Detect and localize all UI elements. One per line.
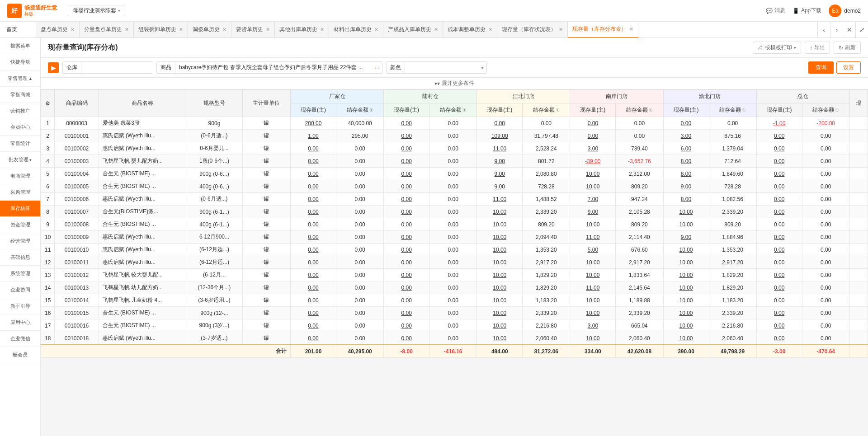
row-factory-qty[interactable]: 0.00 — [291, 193, 336, 206]
row-lucun-qty[interactable]: 0.00 — [384, 206, 429, 218]
export-btn[interactable]: ↑ 导出 — [805, 42, 830, 54]
row-factory-qty[interactable]: 0.00 — [291, 256, 336, 269]
row-jiangbei-qty[interactable]: 10.00 — [477, 244, 523, 256]
row-jiangbei-qty[interactable]: 11.00 — [477, 193, 523, 206]
product-dots[interactable]: ··· — [372, 65, 382, 71]
gear-icon[interactable]: ⚙ — [45, 100, 50, 107]
tab-stock-status-close[interactable]: ✕ — [559, 27, 563, 33]
row-jiangbei-qty[interactable]: 10.00 — [477, 269, 523, 281]
settings-btn[interactable]: 设置 — [836, 61, 861, 74]
row-factory-qty[interactable]: 0.00 — [291, 244, 336, 256]
row-total-qty[interactable]: 0.00 — [756, 155, 802, 168]
row-lucun-qty[interactable]: 0.00 — [384, 332, 429, 345]
tab-home[interactable]: 首页 — [0, 22, 36, 38]
row-total-qty[interactable]: 0.00 — [756, 180, 802, 193]
row-yubei-qty[interactable]: 8.00 — [663, 155, 709, 168]
tab-transfer[interactable]: 调拨单历史 ✕ — [188, 22, 231, 38]
row-lucun-qty[interactable]: 0.00 — [384, 256, 429, 269]
row-yubei-qty[interactable]: 8.00 — [663, 168, 709, 180]
print-btn[interactable]: 🖨 按模板打印 ▾ — [753, 42, 801, 54]
row-total-qty[interactable]: 0.00 — [756, 168, 802, 180]
row-nanan-qty[interactable]: 10.00 — [570, 332, 616, 345]
tab-other-out-close[interactable]: ✕ — [320, 27, 324, 33]
row-nanan-qty[interactable]: 10.00 — [570, 218, 616, 231]
query-btn[interactable]: 查询 — [808, 61, 834, 74]
row-nanan-qty[interactable]: 10.00 — [570, 269, 616, 281]
tab-disk-close[interactable]: ✕ — [71, 27, 75, 33]
sidebar-item-search[interactable]: 搜索英单 — [0, 38, 40, 54]
tab-disk[interactable]: 盘点单历史 ✕ — [36, 22, 80, 38]
row-nanan-qty[interactable]: 7.00 — [570, 193, 616, 206]
row-factory-qty[interactable]: 200.00 — [291, 117, 336, 130]
row-factory-qty[interactable]: 0.00 — [291, 281, 336, 294]
row-nanan-qty[interactable]: 5.00 — [570, 244, 616, 256]
row-total-qty[interactable]: 0.00 — [756, 231, 802, 244]
row-nanan-qty[interactable]: -39.00 — [570, 155, 616, 168]
row-jiangbei-qty[interactable]: 10.00 — [477, 256, 523, 269]
tab-cost-adj-close[interactable]: ✕ — [488, 27, 492, 33]
row-nanan-qty[interactable]: 10.00 — [570, 294, 616, 307]
expand-conditions-btn[interactable]: ▾▾ 展开更多条件 — [434, 80, 474, 87]
sidebar-item-operations[interactable]: 经营管理 — [0, 233, 40, 249]
sidebar-item-inventory[interactable]: 库存核算 — [0, 201, 40, 217]
row-nanan-qty[interactable]: 3.00 — [570, 142, 616, 155]
row-total-qty[interactable]: 0.00 — [756, 332, 802, 345]
sidebar-item-nav[interactable]: 快捷导航 — [0, 54, 40, 70]
row-nanan-qty[interactable]: 10.00 — [570, 180, 616, 193]
tab-prev-btn[interactable]: ‹ — [817, 22, 830, 38]
jiangbei-amt-info[interactable]: ① — [556, 108, 560, 113]
selector-dropdown[interactable]: 母婴行业演示陈套 ▾ — [68, 5, 125, 16]
tab-assemble[interactable]: 组装拆卸单历史 ✕ — [134, 22, 188, 38]
row-nanan-qty[interactable]: 11.00 — [570, 231, 616, 244]
row-lucun-qty[interactable]: 0.00 — [384, 294, 429, 307]
table-wrapper[interactable]: ⚙ 商品编码 商品名称 规格型号 主计量单位 厂家仓 陆村仓 江北门店 南岸门店… — [41, 89, 868, 358]
tab-stock-dist[interactable]: 现存量（库存分布表） ✕ — [568, 22, 638, 38]
tab-close-all-btn[interactable]: ✕ — [843, 22, 855, 38]
row-lucun-qty[interactable]: 0.00 — [384, 307, 429, 319]
row-jiangbei-qty[interactable]: 10.00 — [477, 307, 523, 319]
row-factory-qty[interactable]: 0.00 — [291, 142, 336, 155]
row-total-qty[interactable]: 0.00 — [756, 307, 802, 319]
sidebar-item-retail-stats[interactable]: 零售统计 — [0, 136, 40, 152]
sidebar-item-purchase[interactable]: 采购管理 — [0, 184, 40, 201]
row-factory-qty[interactable]: 0.00 — [291, 294, 336, 307]
row-yubei-qty[interactable]: 6.00 — [663, 142, 709, 155]
row-yubei-qty[interactable]: 10.00 — [663, 256, 709, 269]
row-nanan-qty[interactable]: 0.00 — [570, 117, 616, 130]
row-lucun-qty[interactable]: 0.00 — [384, 117, 429, 130]
tab-next-btn[interactable]: › — [830, 22, 843, 38]
tab-disk2[interactable]: 分量盘点单历史 ✕ — [80, 22, 134, 38]
row-nanan-qty[interactable]: 11.00 — [570, 281, 616, 294]
sidebar-item-wechat[interactable]: 企业微信 — [0, 331, 40, 347]
tab-maximize-btn[interactable]: ⤢ — [855, 22, 868, 38]
row-factory-qty[interactable]: 0.00 — [291, 180, 336, 193]
row-total-qty[interactable]: 0.00 — [756, 130, 802, 142]
tab-product-in-close[interactable]: ✕ — [434, 27, 438, 33]
row-yubei-qty[interactable]: 8.00 — [663, 193, 709, 206]
filter-expand-btn[interactable]: ▶ — [48, 62, 59, 73]
refresh-btn[interactable]: ↻ 刷新 — [834, 42, 861, 54]
sidebar-item-enterprise[interactable]: 企业协同 — [0, 282, 40, 298]
row-yubei-qty[interactable]: 9.00 — [663, 231, 709, 244]
tab-stock-status[interactable]: 现存量（库存状况表） ✕ — [497, 22, 568, 38]
row-factory-qty[interactable]: 0.00 — [291, 269, 336, 281]
tab-material-out-close[interactable]: ✕ — [374, 27, 378, 33]
row-total-qty[interactable]: -1.00 — [756, 117, 802, 130]
sidebar-item-wholesale[interactable]: 批发管理 ▾ — [0, 152, 40, 168]
row-lucun-qty[interactable]: 0.00 — [384, 319, 429, 332]
sidebar-item-members2[interactable]: 畅会员 — [0, 347, 40, 363]
row-total-qty[interactable]: 0.00 — [756, 281, 802, 294]
row-nanan-qty[interactable]: 0.00 — [570, 130, 616, 142]
lucun-amt-info[interactable]: ① — [462, 108, 467, 113]
tab-request-close[interactable]: ✕ — [266, 27, 270, 33]
row-yubei-qty[interactable]: 10.00 — [663, 218, 709, 231]
row-lucun-qty[interactable]: 0.00 — [384, 231, 429, 244]
yubei-amt-info[interactable]: ① — [742, 108, 746, 113]
sidebar-item-finance[interactable]: 资金管理 — [0, 217, 40, 233]
sidebar-item-system[interactable]: 系统管理 — [0, 266, 40, 282]
row-yubei-qty[interactable]: 10.00 — [663, 294, 709, 307]
row-lucun-qty[interactable]: 0.00 — [384, 130, 429, 142]
row-nanan-qty[interactable]: 10.00 — [570, 256, 616, 269]
row-jiangbei-qty[interactable]: 9.00 — [477, 168, 523, 180]
tab-material-out[interactable]: 材料出库单历史 ✕ — [329, 22, 383, 38]
